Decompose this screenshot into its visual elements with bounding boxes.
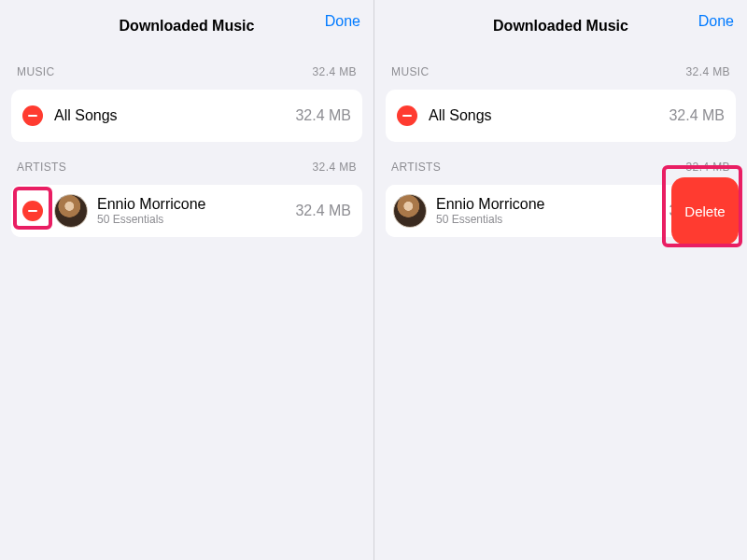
page-title: Downloaded Music [493,18,628,35]
artist-sub: 50 Essentials [97,213,288,228]
screenshot-before: Downloaded Music Done MUSIC 32.4 MB All … [0,0,374,560]
row-title: All Songs [54,106,288,124]
music-row-group: All Songs 32.4 MB [11,90,362,142]
section-header-artists: ARTISTS 32.4 MB [374,155,747,179]
section-size: 32.4 MB [686,65,731,78]
screenshot-after: Downloaded Music Done MUSIC 32.4 MB All … [374,0,747,560]
section-label: MUSIC [17,65,55,78]
row-size: 32.4 MB [669,107,725,124]
page-title: Downloaded Music [120,18,255,35]
nav-header: Downloaded Music Done [0,0,374,47]
artist-avatar-icon [54,194,88,228]
remove-icon[interactable] [22,105,43,126]
all-songs-row[interactable]: All Songs 32.4 MB [11,90,362,142]
section-header-music: MUSIC 32.4 MB [374,60,747,84]
remove-icon[interactable] [397,105,417,126]
row-size: 32.4 MB [295,107,351,124]
artist-name: Ennio Morricone [97,195,288,213]
section-header-music: MUSIC 32.4 MB [0,60,374,84]
section-header-artists: ARTISTS 32.4 MB [0,155,374,179]
row-main: All Songs [54,106,288,124]
row-main: All Songs [429,106,661,124]
artist-name: Ennio Morricone [436,195,661,213]
row-size: 32.4 MB [295,203,351,219]
all-songs-row[interactable]: All Songs 32.4 MB [386,90,736,142]
section-label: ARTISTS [17,161,66,174]
artist-row-wrap: Ennio Morricone 50 Essentials 32.4 MB [11,185,362,237]
section-label: ARTISTS [391,161,441,174]
section-size: 32.4 MB [313,161,358,174]
done-button[interactable]: Done [698,13,734,30]
done-button[interactable]: Done [325,13,360,30]
delete-button[interactable]: Delete [671,177,739,245]
nav-header: Downloaded Music Done [374,0,747,47]
section-size: 32.4 MB [686,161,731,174]
row-title: All Songs [429,106,661,124]
artist-row-wrap: Ennio Morricone 50 Essentials 32.4 MB De… [386,185,736,237]
artist-row[interactable]: Ennio Morricone 50 Essentials 32.4 MB [11,185,362,237]
remove-icon[interactable] [22,201,43,221]
row-main: Ennio Morricone 50 Essentials [436,195,661,228]
section-label: MUSIC [391,65,430,78]
artist-avatar-icon [393,194,427,228]
row-main: Ennio Morricone 50 Essentials [97,195,288,228]
section-size: 32.4 MB [313,65,358,78]
artist-sub: 50 Essentials [436,213,661,228]
music-row-group: All Songs 32.4 MB [386,90,736,142]
